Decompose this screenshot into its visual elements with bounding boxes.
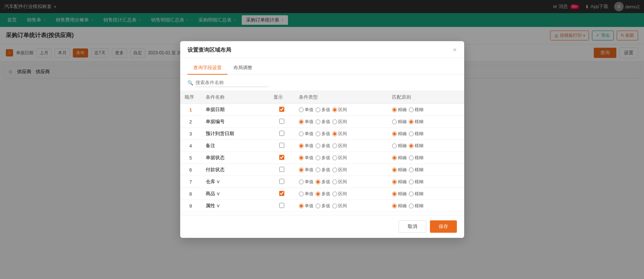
dialog-close-button[interactable]: × bbox=[453, 46, 457, 54]
show-checkbox-3[interactable] bbox=[279, 143, 284, 148]
row-seq-9: 10 bbox=[180, 212, 201, 215]
row-name-5: 付款状态 bbox=[201, 164, 269, 176]
show-checkbox-2[interactable] bbox=[279, 131, 284, 136]
row-seq-1: 2 bbox=[180, 116, 201, 128]
table-row: 6付款状态单值多值区间精确模糊 bbox=[180, 164, 464, 176]
row-show-4[interactable] bbox=[269, 152, 295, 164]
row-name-7: 商品 ∨ bbox=[201, 188, 269, 200]
show-checkbox-9[interactable] bbox=[279, 215, 284, 215]
row-match-6[interactable]: 精确模糊 bbox=[388, 176, 464, 188]
row-match-9[interactable]: 精确模糊 bbox=[388, 212, 464, 215]
row-show-2[interactable] bbox=[269, 128, 295, 140]
show-checkbox-7[interactable] bbox=[279, 191, 284, 196]
row-show-0[interactable] bbox=[269, 104, 295, 116]
row-match-8[interactable]: 精确模糊 bbox=[388, 200, 464, 212]
row-type-2[interactable]: 单值多值区间 bbox=[295, 128, 388, 140]
row-show-6[interactable] bbox=[269, 176, 295, 188]
th-show: 显示 bbox=[269, 91, 295, 104]
row-show-1[interactable] bbox=[269, 116, 295, 128]
row-name-1: 单据编号 bbox=[201, 116, 269, 128]
show-checkbox-0[interactable] bbox=[279, 107, 284, 112]
row-match-1[interactable]: 精确模糊 bbox=[388, 116, 464, 128]
row-match-0[interactable]: 精确模糊 bbox=[388, 104, 464, 116]
dialog-tabs: 查询字段设置 布局调整 bbox=[180, 58, 464, 75]
th-name: 条件名称 bbox=[201, 91, 269, 104]
row-show-5[interactable] bbox=[269, 164, 295, 176]
table-row: 4备注单值多值区间精确模糊 bbox=[180, 140, 464, 152]
row-type-6[interactable]: 单值多值区间 bbox=[295, 176, 388, 188]
row-name-3: 备注 bbox=[201, 140, 269, 152]
save-button[interactable]: 保存 bbox=[430, 220, 457, 233]
show-checkbox-5[interactable] bbox=[279, 167, 284, 172]
row-type-0[interactable]: 单值多值区间 bbox=[295, 104, 388, 116]
show-checkbox-8[interactable] bbox=[279, 203, 284, 208]
row-match-2[interactable]: 精确模糊 bbox=[388, 128, 464, 140]
row-type-5[interactable]: 单值多值区间 bbox=[295, 164, 388, 176]
show-checkbox-6[interactable] bbox=[279, 179, 284, 184]
search-icon: 🔍 bbox=[187, 80, 193, 86]
table-row: 1单据日期单值多值区间精确模糊 bbox=[180, 104, 464, 116]
row-name-9: 有无商品图片 bbox=[201, 212, 269, 215]
table-row: 2单据编号单值多值区间精确模糊 bbox=[180, 116, 464, 128]
row-name-8: 属性 ∨ bbox=[201, 200, 269, 212]
row-seq-7: 8 bbox=[180, 188, 201, 200]
row-type-3[interactable]: 单值多值区间 bbox=[295, 140, 388, 152]
table-row: 9属性 ∨单值多值区间精确模糊 bbox=[180, 200, 464, 212]
show-checkbox-4[interactable] bbox=[279, 155, 284, 160]
row-type-4[interactable]: 单值多值区间 bbox=[295, 152, 388, 164]
dialog-table-scroll[interactable]: 顺序 条件名称 显示 条件类型 匹配原则 1单据日期单值多值区间精确模糊2单据编… bbox=[180, 91, 464, 215]
row-name-0: 单据日期 bbox=[201, 104, 269, 116]
dialog-footer: 取消 保存 bbox=[180, 215, 464, 238]
row-show-3[interactable] bbox=[269, 140, 295, 152]
th-seq: 顺序 bbox=[180, 91, 201, 104]
row-match-7[interactable]: 精确模糊 bbox=[388, 188, 464, 200]
dialog-tab-fields[interactable]: 查询字段设置 bbox=[187, 62, 228, 75]
row-show-9[interactable] bbox=[269, 212, 295, 215]
dialog-tab-layout[interactable]: 布局调整 bbox=[228, 62, 258, 75]
row-name-6: 仓库 ∨ bbox=[201, 176, 269, 188]
th-type: 条件类型 bbox=[295, 91, 388, 104]
show-checkbox-1[interactable] bbox=[279, 119, 284, 124]
row-show-8[interactable] bbox=[269, 200, 295, 212]
table-row: 5单据状态单值多值区间精确模糊 bbox=[180, 152, 464, 164]
dialog-table-head: 顺序 条件名称 显示 条件类型 匹配原则 bbox=[180, 91, 464, 104]
row-type-8[interactable]: 单值多值区间 bbox=[295, 200, 388, 212]
settings-dialog: 设置查询区域布局 × 查询字段设置 布局调整 🔍 bbox=[180, 41, 464, 238]
dialog-header: 设置查询区域布局 × bbox=[180, 41, 464, 58]
table-row: 7仓库 ∨单值多值区间精确模糊 bbox=[180, 176, 464, 188]
row-seq-2: 3 bbox=[180, 128, 201, 140]
row-seq-4: 5 bbox=[180, 152, 201, 164]
main-area: 采购订单统计表(按供应商) 🖨 按模板打印 ▾ ✓ 导出 ↻ 刷新 › 单据日期… bbox=[0, 27, 644, 279]
cancel-button[interactable]: 取消 bbox=[399, 220, 426, 233]
table-row: 3预计到货日期单值多值区间精确模糊 bbox=[180, 128, 464, 140]
dialog-search-area: 🔍 bbox=[180, 75, 464, 91]
condition-search-input[interactable] bbox=[195, 78, 268, 87]
row-seq-0: 1 bbox=[180, 104, 201, 116]
th-match: 匹配原则 bbox=[388, 91, 464, 104]
row-name-4: 单据状态 bbox=[201, 152, 269, 164]
row-seq-5: 6 bbox=[180, 164, 201, 176]
table-row: 8商品 ∨单值多值区间精确模糊 bbox=[180, 188, 464, 200]
row-show-7[interactable] bbox=[269, 188, 295, 200]
row-name-2: 预计到货日期 bbox=[201, 128, 269, 140]
row-type-1[interactable]: 单值多值区间 bbox=[295, 116, 388, 128]
dialog-table-body: 1单据日期单值多值区间精确模糊2单据编号单值多值区间精确模糊3预计到货日期单值多… bbox=[180, 104, 464, 215]
row-type-9[interactable]: 单值多值区间 bbox=[295, 212, 388, 215]
row-seq-6: 7 bbox=[180, 176, 201, 188]
row-match-5[interactable]: 精确模糊 bbox=[388, 164, 464, 176]
row-match-3[interactable]: 精确模糊 bbox=[388, 140, 464, 152]
row-seq-8: 9 bbox=[180, 200, 201, 212]
dialog-table: 顺序 条件名称 显示 条件类型 匹配原则 1单据日期单值多值区间精确模糊2单据编… bbox=[180, 91, 464, 215]
row-seq-3: 4 bbox=[180, 140, 201, 152]
table-row: 10有无商品图片单值多值区间精确模糊 bbox=[180, 212, 464, 215]
row-type-7[interactable]: 单值多值区间 bbox=[295, 188, 388, 200]
dialog-title: 设置查询区域布局 bbox=[187, 47, 231, 54]
dialog-overlay: 设置查询区域布局 × 查询字段设置 布局调整 🔍 bbox=[0, 0, 644, 279]
row-match-4[interactable]: 精确模糊 bbox=[388, 152, 464, 164]
